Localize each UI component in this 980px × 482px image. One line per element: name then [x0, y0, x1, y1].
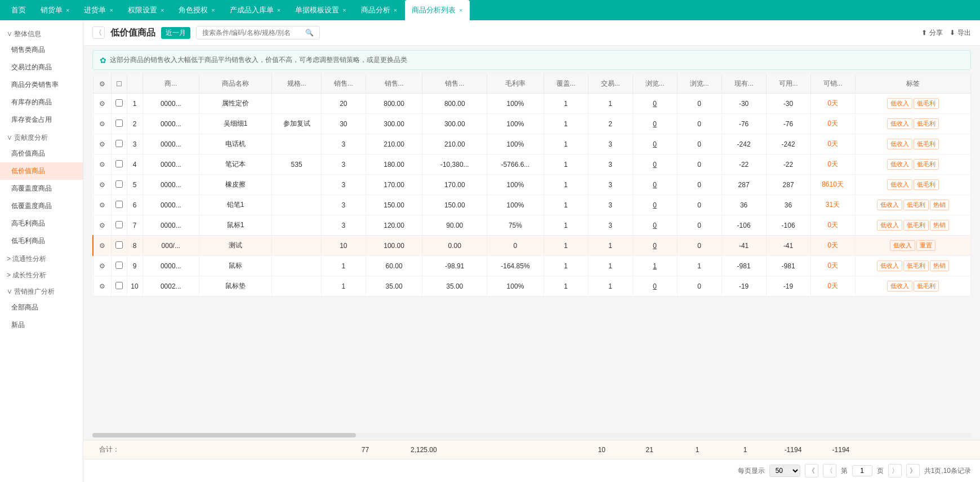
nav-item-purchase[interactable]: 进货单 × — [77, 0, 119, 20]
col-trade[interactable]: 交易... — [588, 74, 632, 94]
share-button[interactable]: ⬆ 分享 — [921, 28, 943, 38]
close-icon[interactable]: × — [342, 7, 346, 14]
col-gross[interactable]: 毛利率 — [487, 74, 544, 94]
sidebar-item-low-coverage[interactable]: 低覆盖度商品 — [0, 197, 83, 215]
prev-page-button[interactable]: 〈 — [823, 464, 836, 477]
browse1-link[interactable]: 0 — [653, 120, 657, 128]
filter-tag[interactable]: 近一月 — [161, 27, 190, 39]
browse1-cell[interactable]: 0 — [632, 154, 677, 175]
close-icon[interactable]: × — [277, 7, 280, 14]
gear-cell[interactable]: ⚙ — [93, 154, 111, 175]
collapse-button[interactable]: 《 — [92, 26, 105, 39]
browse1-cell[interactable]: 1 — [632, 256, 677, 276]
check-cell[interactable] — [111, 195, 127, 215]
horizontal-scrollbar[interactable] — [92, 433, 971, 437]
check-cell[interactable] — [111, 236, 127, 256]
check-cell[interactable] — [111, 215, 127, 236]
row-checkbox[interactable] — [115, 282, 123, 289]
browse1-link[interactable]: 0 — [653, 140, 657, 148]
gear-cell[interactable]: ⚙ — [93, 134, 111, 154]
gear-cell[interactable]: ⚙ — [93, 195, 111, 215]
sidebar-item-traded-goods[interactable]: 交易过的商品 — [0, 59, 83, 76]
browse1-link[interactable]: 0 — [653, 242, 657, 250]
sidebar-item-stocked-goods[interactable]: 有库存的商品 — [0, 94, 83, 111]
col-v3[interactable]: 销售... — [422, 74, 487, 94]
check-cell[interactable] — [111, 175, 127, 195]
sidebar-item-sales-goods[interactable]: 销售类商品 — [0, 41, 83, 59]
col-check[interactable]: ☐ — [111, 74, 127, 94]
gear-cell[interactable]: ⚙ — [93, 94, 111, 114]
browse1-cell[interactable]: 0 — [632, 215, 677, 236]
close-icon[interactable]: × — [66, 7, 69, 14]
browse1-cell[interactable]: 0 — [632, 276, 677, 297]
export-button[interactable]: ⬇ 导出 — [950, 28, 971, 38]
col-browse2[interactable]: 浏览... — [677, 74, 721, 94]
sidebar-item-all-goods[interactable]: 全部商品 — [0, 299, 83, 316]
sidebar-item-low-margin[interactable]: 低毛利商品 — [0, 232, 83, 250]
nav-item-sales[interactable]: 销货单 × — [34, 0, 76, 20]
check-cell[interactable] — [111, 276, 127, 297]
col-avail[interactable]: 可用... — [766, 74, 810, 94]
col-v1[interactable]: 销售... — [321, 74, 366, 94]
gear-cell[interactable]: ⚙ — [93, 215, 111, 236]
check-cell[interactable] — [111, 134, 127, 154]
row-checkbox[interactable] — [115, 201, 123, 208]
col-browse1[interactable]: 浏览... — [632, 74, 677, 94]
row-checkbox[interactable] — [115, 262, 123, 269]
row-checkbox[interactable] — [115, 221, 123, 228]
nav-item-permission[interactable]: 权限设置 × — [121, 0, 171, 20]
sidebar-item-low-value[interactable]: 低价值商品 — [0, 162, 83, 180]
close-icon[interactable]: × — [459, 7, 462, 14]
gear-cell[interactable]: ⚙ — [93, 114, 111, 134]
col-code[interactable]: 商... — [142, 74, 199, 94]
nav-item-analysis-list[interactable]: 商品分析列表 × — [405, 0, 469, 20]
row-checkbox[interactable] — [115, 99, 123, 107]
sidebar-item-category-rate[interactable]: 商品分类销售率 — [0, 76, 83, 94]
col-spec[interactable]: 规格... — [272, 74, 322, 94]
nav-item-role[interactable]: 角色授权 × — [172, 0, 221, 20]
browse1-cell[interactable]: 0 — [632, 134, 677, 154]
close-icon[interactable]: × — [161, 7, 164, 14]
sidebar-group-title-overall[interactable]: ∨ 整体信息 — [0, 25, 83, 41]
first-page-button[interactable]: 《 — [805, 464, 818, 477]
browse1-link[interactable]: 0 — [653, 181, 657, 189]
page-number-input[interactable] — [852, 465, 872, 476]
col-gear[interactable]: ⚙ — [93, 74, 111, 94]
gear-cell[interactable]: ⚙ — [93, 256, 111, 276]
col-cov[interactable]: 覆盖... — [544, 74, 588, 94]
col-tags[interactable]: 标签 — [855, 74, 971, 94]
browse1-link[interactable]: 0 — [653, 100, 657, 108]
browse1-link[interactable]: 1 — [653, 262, 657, 270]
check-cell[interactable] — [111, 94, 127, 114]
sidebar-group-title-growth[interactable]: > 成长性分析 — [0, 266, 83, 282]
col-name[interactable]: 商品名称 — [199, 74, 272, 94]
browse1-link[interactable]: 0 — [653, 161, 657, 169]
row-checkbox[interactable] — [115, 241, 123, 249]
browse1-cell[interactable]: 0 — [632, 195, 677, 215]
gear-cell[interactable]: ⚙ — [93, 236, 111, 256]
sidebar-item-high-value[interactable]: 高价值商品 — [0, 145, 83, 162]
sidebar-group-title-marketing[interactable]: ∨ 营销推广分析 — [0, 282, 83, 299]
sidebar-group-title-contribution[interactable]: ∨ 贡献度分析 — [0, 129, 83, 145]
scrollbar-thumb[interactable] — [92, 433, 356, 437]
col-stock[interactable]: 现有... — [721, 74, 766, 94]
last-page-button[interactable]: 》 — [906, 464, 920, 477]
browse1-cell[interactable]: 0 — [632, 94, 677, 114]
row-checkbox[interactable] — [115, 180, 123, 188]
close-icon[interactable]: × — [109, 7, 113, 14]
nav-item-home[interactable]: 首页 — [5, 0, 33, 20]
col-v2[interactable]: 销售... — [366, 74, 422, 94]
search-input[interactable] — [202, 29, 302, 37]
nav-item-warehouse[interactable]: 产成品入库单 × — [223, 0, 287, 20]
gear-cell[interactable]: ⚙ — [93, 175, 111, 195]
sidebar-group-title-circulation[interactable]: > 流通性分析 — [0, 250, 83, 266]
col-saleable[interactable]: 可销... — [810, 74, 855, 94]
browse1-link[interactable]: 0 — [653, 201, 657, 209]
gear-cell[interactable]: ⚙ — [93, 276, 111, 297]
browse1-cell[interactable]: 0 — [632, 175, 677, 195]
close-icon[interactable]: × — [394, 7, 397, 14]
sidebar-item-high-margin[interactable]: 高毛利商品 — [0, 215, 83, 232]
nav-item-template[interactable]: 单据模板设置 × — [288, 0, 353, 20]
row-checkbox[interactable] — [115, 140, 123, 147]
browse1-cell[interactable]: 0 — [632, 114, 677, 134]
